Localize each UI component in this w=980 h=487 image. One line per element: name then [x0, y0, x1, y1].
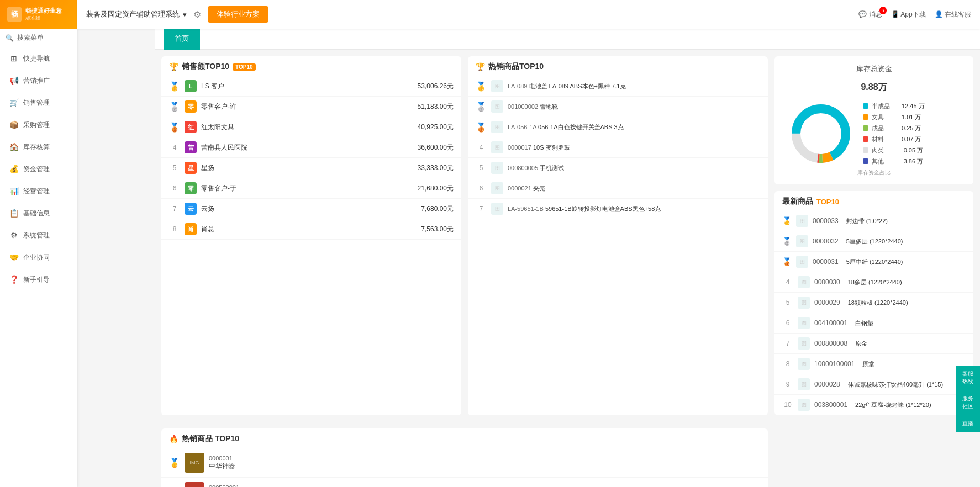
newest-thumb: 图 [798, 297, 810, 309]
newest-row[interactable]: 🥉 图 0000031 5厘中纤 (1220*2440) [774, 252, 973, 272]
customer-avatar: 云 [185, 203, 197, 215]
customer-row[interactable]: 7 云 云扬 7,680.00元 [161, 199, 461, 219]
customer-row[interactable]: 4 苦 苦南县人民医院 36,600.00元 [161, 137, 461, 158]
hot-product-row[interactable]: 🥈 IMG 000500001 新西兰牛肉 (新牛) [161, 478, 768, 487]
message-count: 6 [879, 7, 887, 15]
search-icon: 🔍 [6, 34, 14, 42]
top10-badge: TOP10 [233, 63, 256, 71]
product-sales-row[interactable]: 🥇 图 LA-089 电池盖 LA-089 ABS本色+黑种 7.1克 [468, 76, 768, 97]
newest-thumb: 图 [796, 256, 808, 268]
nav-icon-marketing: 📢 [9, 76, 19, 86]
donut-container: 半成品 12.45 万 文具 1.01 万 成品 0.25 万 材料 0.07 … [782, 100, 966, 167]
newest-row[interactable]: 🥇 图 0000033 封边带 (1.0*22) [774, 211, 973, 231]
rank-num: 5 [169, 164, 180, 172]
newest-row[interactable]: 7 图 000800008 原金 [774, 334, 973, 354]
newest-name: 18多层 (1220*2440) [848, 278, 902, 287]
product-thumb: 图 [491, 80, 503, 92]
customer-name: 零售客户-于 [201, 184, 413, 193]
newest-row[interactable]: 6 图 004100001 白钢垫 [774, 313, 973, 334]
sidebar-item-sales[interactable]: 🛒销售管理 [0, 92, 77, 114]
customer-row[interactable]: 5 星 星扬 33,333.00元 [161, 158, 461, 178]
legend-item: 肉类 -0.05 万 [863, 146, 925, 155]
system-name: 装备及固定资产辅助管理系统 [86, 9, 180, 19]
newest-row[interactable]: 5 图 0000029 18颗粒板 (1220*2440) [774, 293, 973, 313]
rank-medal: 🥇 [169, 81, 180, 92]
settings-icon[interactable]: ⚙ [193, 9, 201, 20]
product-name: 雪地靴 [540, 103, 558, 110]
rank-num: 8 [782, 360, 793, 368]
nav-icon-guide: ❓ [9, 274, 19, 284]
customer-row[interactable]: 🥈 零 零售客户-许 51,183.00元 [161, 97, 461, 117]
search-menu[interactable]: 🔍 搜索菜单 [0, 29, 77, 47]
newest-title: 最新商品 TOP10 [774, 191, 973, 211]
product-sales-row[interactable]: 🥉 图 LA-056-1A 056-1A白色按键开关盖ABS 3克 [468, 117, 768, 137]
customer-avatar: 零 [185, 100, 197, 113]
sidebar-item-operation[interactable]: 📊经营管理 [0, 180, 77, 202]
legend-item: 半成品 12.45 万 [863, 102, 925, 110]
inventory-value: 9.88万 [782, 76, 966, 94]
legend-value: 0.07 万 [902, 135, 921, 144]
legend-value: 1.01 万 [902, 113, 921, 121]
customer-row[interactable]: 🥇 L LS 客户 53,006.26元 [161, 76, 461, 97]
system-selector[interactable]: 装备及固定资产辅助管理系统 ▾ [86, 9, 187, 19]
newest-row[interactable]: 🥈 图 0000032 5厘多层 (1220*2440) [774, 231, 973, 252]
sidebar-item-basic[interactable]: 📋基础信息 [0, 202, 77, 224]
fire-icon: 🔥 [169, 435, 178, 443]
service-icon: 👤 [935, 10, 943, 18]
nav-icon-cooperation: 🤝 [9, 252, 19, 262]
float-btn-2[interactable]: 直播 [956, 415, 980, 432]
sidebar-item-system[interactable]: ⚙系统管理 [0, 224, 77, 246]
sidebar-item-inventory[interactable]: 🏠库存核算 [0, 136, 77, 158]
newest-row[interactable]: 8 图 10000100001 原堂 [774, 354, 973, 374]
top-row: 🏆 销售额TOP10 TOP10 🥇 L LS 客户 53,006.26元 🥈 … [155, 50, 980, 422]
product-thumb: 图 [491, 141, 503, 153]
customer-row[interactable]: 8 肖 肖总 7,563.00元 [161, 219, 461, 240]
rank-medal: 🥈 [782, 237, 792, 246]
tab-home[interactable]: 首页 [164, 29, 200, 50]
newest-row[interactable]: 10 图 003800001 22g鱼豆腐-烧烤味 (1*12*20) [774, 395, 973, 415]
hot-product-row[interactable]: 🥇 IMG 0000001 中华神器 [161, 448, 768, 478]
product-code: 000800005 [508, 165, 538, 171]
customer-row[interactable]: 🥉 红 红太阳文具 40,925.00元 [161, 117, 461, 137]
product-sales-row[interactable]: 🥈 图 001000002 雪地靴 [468, 97, 768, 117]
sidebar-item-marketing[interactable]: 📢营销推广 [0, 70, 77, 92]
newest-name: 5厘中纤 (1220*2440) [846, 258, 903, 266]
rank-num: 5 [782, 299, 793, 306]
legend-dot [863, 136, 868, 142]
rank-medal: 🥇 [169, 458, 180, 468]
customer-top10-card: 🏆 销售额TOP10 TOP10 🥇 L LS 客户 53,006.26元 🥈 … [161, 56, 461, 415]
newest-row[interactable]: 4 图 0000030 18多层 (1220*2440) [774, 272, 973, 293]
newest-row[interactable]: 9 图 0000028 体诚嘉核味苏打饮品400毫升 (1*15) [774, 374, 973, 395]
newest-thumb: 图 [798, 276, 810, 288]
float-buttons: 客服 热线服务 社区直播 [956, 366, 980, 432]
rank-num: 9 [782, 380, 793, 388]
newest-thumb: 图 [798, 317, 810, 329]
message-badge[interactable]: 💬 6 消息 [858, 10, 882, 19]
customer-name: 星扬 [201, 163, 413, 173]
product-sales-row[interactable]: 6 图 0000021 夹壳 [468, 178, 768, 199]
product-name: 夹壳 [533, 185, 545, 192]
product-sales-row[interactable]: 5 图 000800005 手机测试 [468, 158, 768, 178]
customer-avatar: 肖 [185, 223, 197, 235]
hot-products-title: 🔥 热销商品 TOP10 [161, 428, 768, 448]
sidebar-item-guide[interactable]: ❓新手引导 [0, 268, 77, 290]
newest-name: 5厘多层 (1220*2440) [846, 237, 903, 246]
product-sales-row[interactable]: 4 图 0000017 10S 变刹罗鼓 [468, 137, 768, 158]
product-sales-row[interactable]: 7 图 LA-59651-1B 59651-1B旋转投影灯电池盒ABS黑色+58… [468, 199, 768, 219]
donut-chart [788, 100, 854, 167]
online-service[interactable]: 👤 在线客服 [935, 10, 971, 19]
app-download[interactable]: 📱 App下载 [891, 10, 926, 19]
sidebar-item-purchase[interactable]: 📦采购管理 [0, 114, 77, 136]
product-thumb: 图 [491, 162, 503, 174]
product-sales-list: 🥇 图 LA-089 电池盖 LA-089 ABS本色+黑种 7.1克 🥈 图 … [468, 76, 768, 219]
sidebar-item-finance[interactable]: 💰资金管理 [0, 158, 77, 180]
customer-row[interactable]: 6 零 零售客户-于 21,680.00元 [161, 178, 461, 199]
float-btn-0[interactable]: 客服 热线 [956, 366, 980, 390]
inventory-footer-label: 库存资金占比 [782, 169, 966, 177]
nav-label-sales: 销售管理 [23, 98, 50, 108]
float-btn-1[interactable]: 服务 社区 [956, 390, 980, 415]
trial-btn[interactable]: 体验行业方案 [208, 6, 268, 23]
sidebar-item-cooperation[interactable]: 🤝企业协同 [0, 246, 77, 268]
sidebar-item-quick-nav[interactable]: ⊞快捷导航 [0, 47, 77, 70]
product-code: 001000002 [508, 103, 538, 110]
